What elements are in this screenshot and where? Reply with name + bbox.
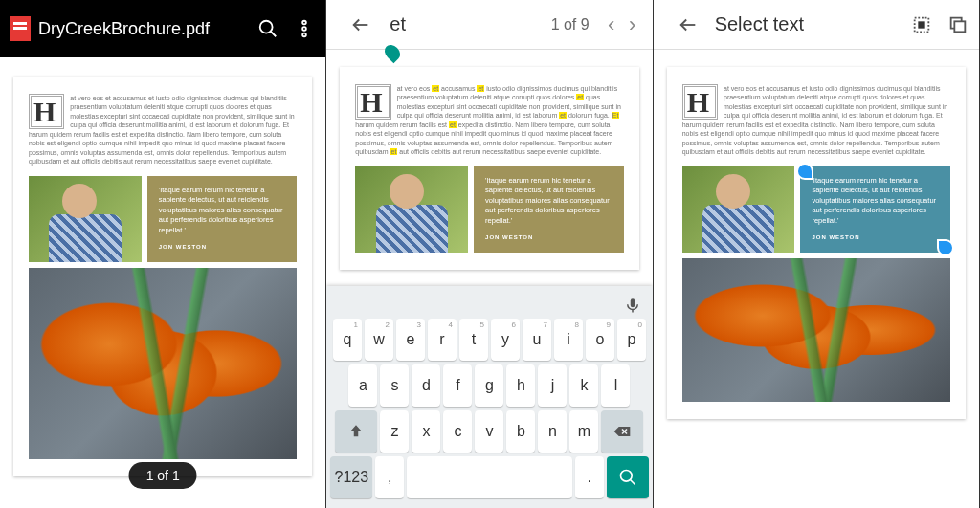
key-n[interactable]: n [538,410,567,453]
backspace-key[interactable] [601,410,643,453]
svg-point-10 [620,471,632,482]
key-o[interactable]: o9 [586,319,614,361]
key-j[interactable]: j [538,364,567,407]
back-icon[interactable] [349,13,372,36]
key-b[interactable]: b [506,410,535,453]
period-key[interactable]: . [575,456,604,498]
key-s[interactable]: s [380,364,409,407]
document-filename: DryCreekBrochure.pdf [38,19,243,39]
key-f[interactable]: f [443,364,472,407]
svg-rect-15 [954,21,965,32]
text-selection-toolbar: Select text [654,0,979,50]
person-photo [682,166,795,253]
key-y[interactable]: y6 [491,319,520,361]
svg-rect-14 [918,21,924,28]
svg-line-11 [630,480,635,485]
suggestion-bar [330,292,648,319]
more-options-icon[interactable] [293,17,316,40]
search-result-count: 1 of 9 [551,16,590,33]
key-h[interactable]: h [506,364,535,407]
quote-author: JON WESTON [159,243,286,251]
body-paragraph: at vero eos et accusamus et iusto odio d… [29,95,295,165]
person-photo [355,166,468,253]
key-c[interactable]: c [443,410,472,453]
next-result-icon[interactable]: › [622,12,643,37]
drop-cap: H [29,94,64,129]
body-paragraph-highlighted: at vero eos et accusamus et iusto odio d… [355,85,621,155]
pull-quote: 'Itaque earum rerum hic tenetur a sapien… [147,176,298,262]
carrots-photo [682,258,950,402]
search-icon[interactable] [256,17,279,40]
key-a[interactable]: a [348,364,377,407]
carrots-photo [29,268,297,459]
search-submit-key[interactable] [607,456,649,498]
key-x[interactable]: x [412,410,440,453]
key-q[interactable]: q1 [333,319,362,361]
search-input[interactable]: et [390,13,550,35]
page-indicator: 1 of 1 [129,462,197,489]
key-e[interactable]: e3 [396,319,425,361]
select-all-icon[interactable] [910,13,933,36]
key-w[interactable]: w2 [365,319,393,361]
person-photo [29,176,142,262]
svg-point-2 [302,21,306,25]
key-t[interactable]: t5 [459,319,488,361]
symbols-key[interactable]: ?123 [330,456,372,498]
pdf-page[interactable]: H at vero eos et accusamus et iusto odio… [13,77,312,476]
svg-point-4 [302,33,306,37]
key-u[interactable]: u7 [523,319,551,361]
svg-point-0 [260,21,273,33]
find-in-page-toolbar: et 1 of 9 ‹ › [326,0,652,50]
mic-icon[interactable] [624,297,641,314]
key-g[interactable]: g [475,364,503,407]
selection-mode-title: Select text [715,13,897,35]
pdf-file-icon [10,16,31,41]
pdf-viewer-toolbar: DryCreekBrochure.pdf [0,0,325,57]
shift-key[interactable] [335,410,377,453]
pull-quote: 'Itaque earum rerum hic tenetur a sapien… [474,166,624,253]
svg-point-3 [302,27,306,31]
pull-quote-selected[interactable]: 'Itaque earum rerum hic tenetur a sapien… [800,166,950,253]
key-v[interactable]: v [475,410,503,453]
drop-cap: H [355,84,390,120]
space-key[interactable] [407,456,571,498]
quote-author: JON WESTON [485,233,612,241]
key-l[interactable]: l [601,364,630,407]
key-z[interactable]: z [380,410,409,453]
comma-key[interactable]: , [375,456,404,498]
prev-result-icon[interactable]: ‹ [601,12,622,37]
key-d[interactable]: d [412,364,440,407]
svg-line-1 [271,32,277,37]
key-r[interactable]: r4 [428,319,457,361]
key-p[interactable]: p0 [617,319,646,361]
key-i[interactable]: i8 [554,319,583,361]
quote-author: JON WESTON [812,233,939,241]
key-m[interactable]: m [569,410,598,453]
key-k[interactable]: k [569,364,598,407]
body-paragraph: at vero eos et accusamus et iusto odio d… [682,85,948,155]
pdf-page[interactable]: H at vero eos et accusamus et iusto odio… [667,67,966,419]
back-icon[interactable] [677,13,700,36]
copy-icon[interactable] [947,13,969,36]
virtual-keyboard: q1w2e3r4t5y6u7i8o9p0 asdfghjkl zxcvbnm ?… [326,286,652,508]
pdf-page[interactable]: H at vero eos et accusamus et iusto odio… [340,67,638,270]
drop-cap: H [682,84,718,120]
svg-rect-6 [630,298,635,307]
